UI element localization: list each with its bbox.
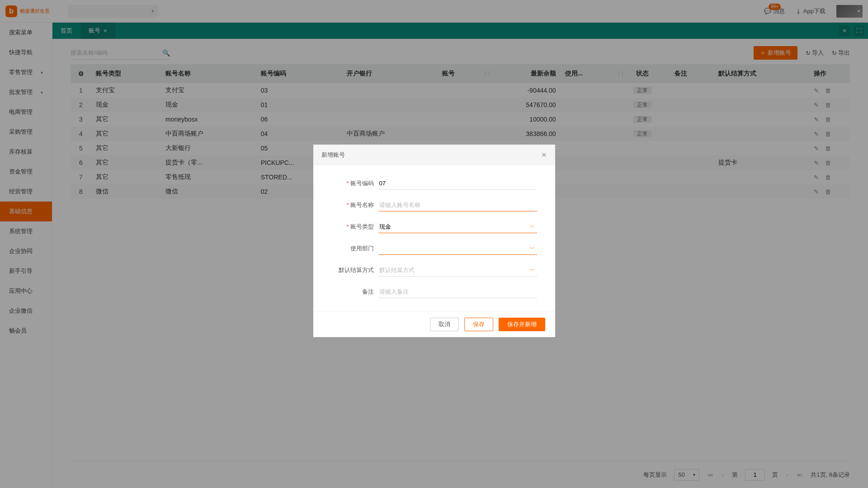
dept-select[interactable] (378, 242, 537, 255)
label-name: 账号名称 (350, 202, 374, 208)
label-settle: 默认结算方式 (339, 267, 374, 273)
account-code-input[interactable] (378, 177, 537, 190)
label-dept: 使用部门 (350, 245, 374, 252)
account-type-select[interactable] (378, 221, 537, 233)
account-name-input[interactable] (378, 199, 537, 211)
modal-title: 新增账号 (321, 151, 345, 159)
settle-select[interactable] (378, 264, 537, 277)
modal-header: 新增账号 ✕ (313, 145, 555, 165)
modal-mask: 新增账号 ✕ *账号编码 *账号名称 *账号类型 ﹀ (0, 0, 868, 488)
remark-input[interactable] (378, 286, 537, 298)
chevron-down-icon: ﹀ (530, 223, 535, 231)
save-button[interactable]: 保存 (464, 318, 493, 331)
label-type: 账号类型 (350, 223, 374, 230)
close-icon[interactable]: ✕ (541, 151, 547, 159)
chevron-down-icon: ﹀ (530, 267, 535, 274)
label-code: 账号编码 (350, 180, 374, 187)
add-account-modal: 新增账号 ✕ *账号编码 *账号名称 *账号类型 ﹀ (313, 145, 555, 337)
save-and-new-button[interactable]: 保存并新增 (499, 318, 545, 331)
chevron-down-icon: ﹀ (530, 245, 535, 253)
cancel-button[interactable]: 取消 (430, 318, 459, 331)
label-remark: 备注 (362, 288, 374, 295)
